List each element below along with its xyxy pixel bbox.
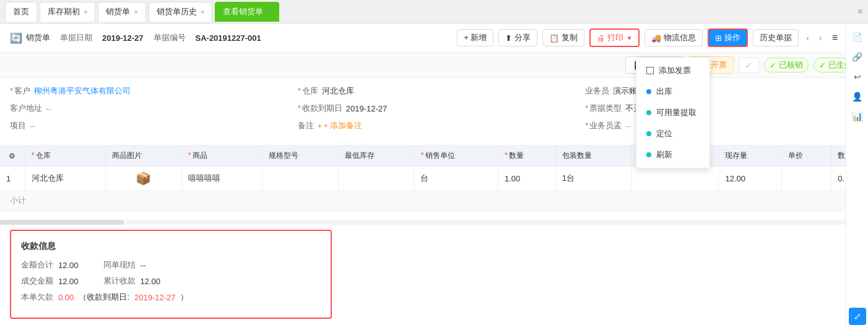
locate-icon [646, 131, 651, 136]
doc-type-icon: 🔄 [10, 32, 22, 44]
subtotal-label: 小计 [0, 191, 868, 211]
operate-grid-icon: ⊞ [715, 33, 722, 43]
logistics-button[interactable]: 🚚 物流信息 [644, 29, 703, 46]
tab-sales-close[interactable]: × [134, 8, 137, 15]
tab-inventory[interactable]: 库存期初 × [40, 2, 95, 22]
sidebar-user-icon[interactable]: 👤 [849, 88, 866, 105]
sidebar-expand-icon[interactable]: ⤢ [849, 308, 866, 325]
new-button[interactable]: + 新增 [457, 29, 493, 46]
sidebar-chart-icon[interactable]: 📊 [849, 108, 866, 125]
menu-outbound[interactable]: 出库 [636, 81, 710, 102]
customer-label: 客户 [10, 85, 30, 97]
col-warehouse: 仓库 [25, 145, 105, 167]
transaction-item: 成交金额 12.00 [21, 276, 79, 287]
tab-home-label: 首页 [13, 6, 29, 17]
tab-home[interactable]: 首页 [5, 2, 37, 22]
due-item: 本单欠款 0.00 （收款到期日: 2019-12-27 ） [21, 292, 188, 303]
add-note-button[interactable]: + + 添加备注 [318, 120, 363, 131]
warehouse-value: 河北仓库 [322, 85, 354, 97]
due-value: 0.00 [58, 293, 74, 302]
ticket-field: 票据类型 不开票 [585, 103, 858, 114]
tab-view-sales-label: 查看销货单 [223, 6, 263, 17]
share-button[interactable]: ⬆ 分享 [498, 29, 537, 46]
right-sidebar: 📄 🔗 ↩ 👤 📊 ⤢ [846, 24, 868, 330]
tab-inventory-close[interactable]: × [84, 8, 87, 15]
menu-add-invoice[interactable]: 添加发票 [636, 60, 710, 81]
address-label: 客户地址 [10, 103, 42, 114]
print-button[interactable]: 🖨 打印 ▼ [589, 28, 640, 47]
table-container: ⚙ 仓库 商品图片 商品 规格型号 最低库存 销售单位 数量 包装数量 可用量（… [0, 145, 868, 220]
cell-price [781, 167, 831, 191]
cell-spec [262, 167, 338, 191]
operate-button[interactable]: ⊞ 操作 [708, 28, 748, 47]
tab-sales-order[interactable]: 销货单 × [98, 2, 145, 22]
product-table: ⚙ 仓库 商品图片 商品 规格型号 最低库存 销售单位 数量 包装数量 可用量（… [0, 145, 868, 211]
tab-sales-history[interactable]: 销货单历史 × [149, 2, 212, 22]
add-invoice-label: 添加发票 [659, 65, 691, 76]
check-icon: ✓ [745, 61, 752, 70]
col-stock: 现存量 [719, 145, 782, 167]
customer-value[interactable]: 柳州粤港平安气体有限公司 [34, 85, 131, 97]
col-price: 单价 [781, 145, 831, 167]
tab-view-close[interactable]: × [267, 8, 271, 15]
due-note-start: （收款到期日: [79, 292, 129, 303]
doc-header: 🔄 销货单 单据日期 2019-12-27 单据编号 SA-20191227-0… [0, 24, 868, 53]
sidebar-return-icon[interactable]: ↩ [849, 68, 866, 85]
menu-locate[interactable]: 定位 [636, 123, 710, 144]
copy-icon: 📋 [549, 33, 559, 43]
close-window-button[interactable]: × [857, 6, 863, 17]
staff-label: 业务员 [585, 85, 609, 97]
col-qty: 数量 [498, 145, 555, 167]
doc-actions: + 新增 ⬆ 分享 📋 复制 🖨 打印 ▼ 🚚 物流信息 ⊞ 操作 [457, 28, 858, 47]
total-amount-value: 12.00 [58, 261, 79, 270]
project-value: -- [30, 121, 35, 131]
nav-next-button[interactable]: › [817, 30, 825, 45]
tab-view-sales[interactable]: 查看销货单 × [215, 2, 279, 22]
cumulative-item: 累计收款 12.00 [103, 276, 161, 287]
outbound-icon [646, 89, 651, 94]
menu-available-qty[interactable]: 可用量提取 [636, 102, 710, 123]
check-eff-icon: ✓ [819, 61, 826, 70]
scroll-thumb[interactable] [0, 220, 124, 225]
sales-staff-field: 业务员孟 -- [585, 120, 858, 131]
sidebar-link-icon[interactable]: 🔗 [849, 48, 866, 66]
col-image: 商品图片 [105, 145, 181, 167]
note-field: 备注 + + 添加备注 [298, 120, 571, 131]
product-image-icon: 📦 [136, 172, 151, 185]
history-button[interactable]: 历史单据 [753, 29, 799, 46]
check-off-button[interactable]: ✓ [739, 58, 759, 73]
payment-info-box: 收款信息 金额合计 12.00 同单现结 -- 成交金额 12.00 累计收款 … [10, 230, 332, 319]
same-order-value: -- [141, 261, 146, 270]
scroll-indicator [0, 220, 868, 225]
tab-sales-order-label: 销货单 [106, 6, 130, 17]
locate-label: 定位 [656, 128, 672, 139]
col-spec: 规格型号 [262, 145, 338, 167]
due-date-value: 2019-12-27 [346, 104, 388, 113]
logistics-icon: 🚚 [651, 33, 661, 43]
total-amount-label: 金额合计 [21, 259, 53, 271]
sidebar-doc-icon[interactable]: 📄 [849, 28, 866, 46]
number-value: SA-20191227-001 [196, 33, 261, 43]
tab-sales-history-label: 销货单历史 [157, 6, 197, 17]
doc-title-section: 🔄 销货单 [10, 32, 50, 44]
nav-prev-button[interactable]: ‹ [804, 30, 812, 45]
warehouse-label: 仓库 [298, 85, 318, 97]
view-list-button[interactable]: ≡ [830, 30, 840, 46]
total-amount-item: 金额合计 12.00 [21, 259, 79, 271]
copy-button[interactable]: 📋 复制 [542, 29, 584, 46]
menu-refresh[interactable]: 刷新 [636, 144, 710, 165]
print-arrow-icon: ▼ [626, 35, 632, 41]
tab-history-close[interactable]: × [201, 8, 204, 15]
share-icon: ⬆ [505, 33, 512, 43]
form-row-1: 客户 柳州粤港平安气体有限公司 仓库 河北仓库 业务员 演示账号 [10, 85, 858, 97]
address-field: 客户地址 -- [10, 103, 283, 114]
cell-product: 嘻嘻嘻嘻 [181, 167, 262, 191]
form-area: 客户 柳州粤港平安气体有限公司 仓库 河北仓库 业务员 演示账号 客户地址 --… [0, 78, 868, 145]
ticket-label: 票据类型 [585, 103, 622, 114]
number-label: 单据编号 [154, 32, 186, 43]
table-header-row: ⚙ 仓库 商品图片 商品 规格型号 最低库存 销售单位 数量 包装数量 可用量（… [0, 145, 868, 167]
note-label: 备注 [298, 120, 314, 131]
sales-staff-value: -- [625, 121, 631, 131]
col-gear: ⚙ [0, 145, 25, 167]
due-label: 本单欠款 [21, 292, 53, 303]
